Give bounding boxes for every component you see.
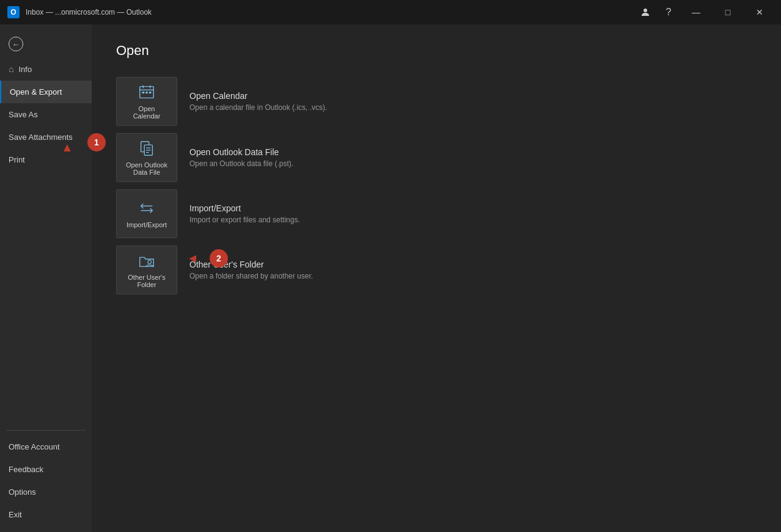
sidebar-item-feedback-label: Feedback [9,465,43,474]
svg-rect-4 [142,92,145,93]
sidebar-item-open-export-label: Open & Export [10,87,62,97]
maximize-button[interactable]: □ [714,2,742,22]
sidebar-item-info[interactable]: ⌂ Info [0,57,92,81]
other-users-folder-title: Other User's Folder [189,260,313,269]
back-circle-icon: ← [9,37,23,51]
sidebar-item-exit-label: Exit [9,510,22,519]
sidebar-item-open-export[interactable]: Open & Export [0,81,92,103]
outlook-logo: O [7,6,20,18]
open-outlook-data-card-label: Open OutlookData File [126,161,167,176]
open-outlook-data-title: Open Outlook Data File [189,147,293,157]
other-users-folder-info: Other User's Folder Open a folder shared… [189,260,313,280]
titlebar-title: Inbox — ...onmicrosoft.com — Outlook [26,8,152,16]
open-outlook-data-card[interactable]: Open OutlookData File [116,133,177,182]
sidebar-item-print[interactable]: Print [0,148,92,171]
annotation-badge-1: 1 [87,133,106,151]
open-outlook-data-desc: Open an Outlook data file (.pst). [189,159,293,168]
annotation-badge-2: 2 [210,249,228,268]
sidebar-item-feedback[interactable]: Feedback [0,458,92,481]
sidebar-item-office-account-label: Office Account [9,442,60,451]
close-button[interactable]: ✕ [746,2,774,22]
data-file-icon [138,139,156,158]
page-title: Open [116,43,757,59]
main-content: Open OpenCalendar O [92,24,781,532]
sidebar-item-print-label: Print [9,155,25,164]
open-calendar-card[interactable]: OpenCalendar [116,77,177,126]
import-export-desc: Import or export files and settings. [189,216,300,224]
minimize-button[interactable]: — [682,2,710,22]
import-export-title: Import/Export [189,203,300,213]
import-export-card[interactable]: Import/Export [116,189,177,238]
svg-point-14 [148,260,152,264]
sidebar-item-save-as-label: Save As [9,110,38,119]
back-button[interactable]: ← [0,31,92,57]
titlebar: O Inbox — ...onmicrosoft.com — Outlook ?… [0,0,781,24]
app-body: ← ⌂ Info Open & Export Save As Save Atta… [0,24,781,532]
import-export-card-label: Import/Export [127,221,167,228]
help-icon: ? [666,7,672,18]
titlebar-controls: ? — □ ✕ [636,2,774,22]
svg-rect-5 [145,92,148,93]
other-users-folder-card-label: Other User'sFolder [128,274,165,288]
import-export-icon [138,199,156,217]
sidebar: ← ⌂ Info Open & Export Save As Save Atta… [0,24,92,532]
import-export-info: Import/Export Import or export files and… [189,203,300,224]
sidebar-item-exit[interactable]: Exit [0,503,92,526]
open-calendar-card-label: OpenCalendar [133,105,161,120]
open-calendar-info: Open Calendar Open a calendar file in Ou… [189,91,327,112]
sidebar-divider [6,430,86,431]
home-icon: ⌂ [9,64,13,74]
other-users-folder-desc: Open a folder shared by another user. [189,272,313,280]
sidebar-item-options-label: Options [9,487,36,497]
help-button[interactable]: ? [659,2,678,22]
open-calendar-title: Open Calendar [189,91,327,101]
sidebar-item-save-attachments-label: Save Attachments [9,133,73,142]
svg-rect-6 [149,92,152,93]
sidebar-item-options[interactable]: Options [0,481,92,503]
option-import-export[interactable]: Import/Export Import/Export Import or ex… [116,189,757,238]
sidebar-bottom: Office Account Feedback Options Exit [0,425,92,532]
people-button[interactable] [636,2,655,22]
folder-user-icon [138,252,156,270]
option-open-outlook-data[interactable]: Open OutlookData File Open Outlook Data … [116,133,757,182]
sidebar-item-save-attachments[interactable]: Save Attachments [0,126,92,148]
open-calendar-desc: Open a calendar file in Outlook (.ics, .… [189,103,327,112]
other-users-folder-card[interactable]: Other User'sFolder [116,246,177,294]
option-open-calendar[interactable]: OpenCalendar Open Calendar Open a calend… [116,77,757,126]
titlebar-left: O Inbox — ...onmicrosoft.com — Outlook [7,6,152,18]
sidebar-item-save-as[interactable]: Save As [0,103,92,126]
calendar-icon [138,83,156,101]
sidebar-item-office-account[interactable]: Office Account [0,435,92,458]
sidebar-item-info-label: Info [18,65,32,74]
open-outlook-data-info: Open Outlook Data File Open an Outlook d… [189,147,293,168]
